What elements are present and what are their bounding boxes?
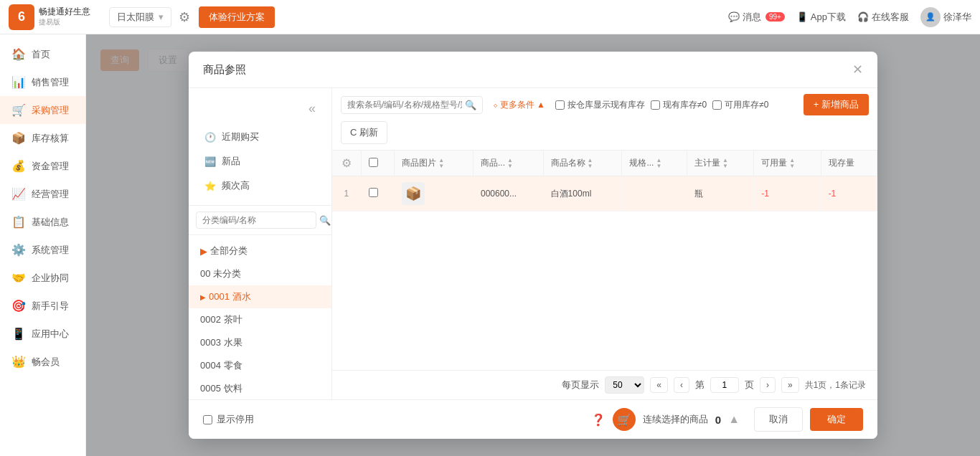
th-available: 可用量▲▼ (754, 151, 821, 176)
app-download-label: App下载 (811, 11, 846, 24)
row-num: 1 (332, 176, 361, 212)
basic-info-icon: 📋 (11, 215, 26, 229)
chevron-down-icon: ▾ (159, 11, 164, 22)
category-0002[interactable]: 0002 茶叶 (189, 308, 331, 331)
frequent-label: 频次高 (222, 179, 250, 192)
row-image: 📦 (395, 176, 473, 212)
cart-icon[interactable]: 🛒 (613, 408, 636, 431)
right-panel: 🔍 ⬦ 更多条件 ▲ 按仓库显示现有库存 (332, 88, 877, 399)
row-checkbox[interactable] (361, 176, 395, 212)
sidebar: 🏠 首页 📊 销售管理 🛒 采购管理 📦 库存核算 💰 资金管理 📈 经营管理 … (0, 34, 86, 456)
sidebar-item-finance[interactable]: 💰 资金管理 (0, 152, 85, 180)
modal-footer: 显示停用 ❓ 🛒 连续选择的商品 0 ▲ 取消 确定 (189, 399, 877, 439)
sidebar-item-system[interactable]: ⚙️ 系统管理 (0, 236, 85, 264)
category-list: ▶ 全部分类 00 未分类 ▶ 0001 酒水 0002 茶 (189, 235, 331, 399)
sidebar-item-home[interactable]: 🏠 首页 (0, 40, 85, 68)
quick-access: « 🕐 近期购买 🆕 新品 ⭐ (189, 88, 331, 206)
product-image: 📦 (402, 182, 425, 205)
product-table-area: ⚙ 商品图片▲▼ 商品...▲▼ (332, 151, 877, 370)
recent-purchase-label: 近期购买 (222, 130, 259, 143)
category-0005[interactable]: 0005 饮料 (189, 377, 331, 399)
logo-sub: 捷易版 (39, 17, 90, 27)
avatar: 👤 (920, 7, 941, 27)
branch-selector[interactable]: 日太阳膜 ▾ (109, 7, 171, 27)
stock-neq0-checkbox[interactable]: 现有库存≠0 (651, 99, 707, 111)
product-search-icon[interactable]: 🔍 (465, 100, 476, 110)
first-page-button[interactable]: « (650, 377, 668, 393)
next-page-button[interactable]: › (760, 377, 776, 393)
page-number-input[interactable] (710, 377, 739, 393)
category-all[interactable]: ▶ 全部分类 (189, 239, 331, 262)
user-button[interactable]: 👤 徐泽华 (920, 7, 971, 27)
show-disabled-label: 显示停用 (217, 413, 254, 426)
cat-0005-label: 0005 饮料 (200, 382, 242, 395)
cat-00-label: 00 未分类 (200, 267, 241, 280)
show-disabled-checkbox[interactable]: 显示停用 (203, 413, 254, 426)
per-page-select[interactable]: 20 50 100 (605, 376, 644, 394)
home-icon: 🏠 (11, 47, 26, 61)
recent-purchase-item[interactable]: 🕐 近期购买 (196, 125, 324, 149)
gear-icon[interactable]: ⚙ (179, 9, 190, 25)
th-product-image: 商品图片▲▼ (395, 151, 473, 176)
modal-body: « 🕐 近期购买 🆕 新品 ⭐ (189, 88, 877, 399)
cart-area: ❓ 🛒 连续选择的商品 0 ▲ (591, 408, 740, 431)
total-pages-info: 共1页，1条记录 (805, 379, 866, 391)
new-product-item[interactable]: 🆕 新品 (196, 149, 324, 174)
app-download-button[interactable]: 📱 App下载 (796, 11, 846, 24)
sidebar-item-inventory[interactable]: 📦 库存核算 (0, 124, 85, 152)
row-spec (622, 176, 687, 212)
sidebar-item-purchase[interactable]: 🛒 采购管理 (0, 96, 85, 124)
membership-icon: 👑 (11, 355, 26, 369)
frequent-item[interactable]: ⭐ 频次高 (196, 174, 324, 198)
add-product-button[interactable]: + 新增商品 (804, 94, 869, 115)
sidebar-label-membership: 畅会员 (32, 356, 60, 369)
sidebar-label-cooperation: 企业协同 (32, 272, 69, 285)
confirm-button[interactable]: 确定 (810, 408, 863, 431)
sidebar-label-inventory: 库存核算 (32, 132, 69, 145)
sidebar-item-app-center[interactable]: 📱 应用中心 (0, 320, 85, 348)
sidebar-item-membership[interactable]: 👑 畅会员 (0, 348, 85, 376)
help-icon[interactable]: ❓ (591, 413, 606, 427)
more-filter-button[interactable]: ⬦ 更多条件 ▲ (489, 96, 550, 114)
table-row[interactable]: 1 📦 000600... 白酒100ml 瓶 (332, 176, 877, 212)
prev-page-button[interactable]: ‹ (674, 377, 689, 393)
category-0004[interactable]: 0004 零食 (189, 354, 331, 377)
th-product-name: 商品名称▲▼ (543, 151, 622, 176)
panel-collapse-button[interactable]: « (300, 95, 324, 122)
collapse-cart-icon[interactable]: ▲ (728, 413, 740, 426)
cat-0003-label: 0003 水果 (200, 336, 242, 349)
category-search-input[interactable] (196, 212, 316, 229)
category-0003[interactable]: 0003 水果 (189, 331, 331, 354)
sidebar-label-app-center: 应用中心 (32, 328, 69, 341)
sidebar-label-home: 首页 (32, 48, 50, 61)
trial-button[interactable]: 体验行业方案 (199, 6, 275, 28)
chevron-up-icon: ▲ (537, 100, 545, 110)
table-settings-icon[interactable]: ⚙ (332, 151, 361, 176)
row-unit: 瓶 (687, 176, 754, 212)
sidebar-item-business[interactable]: 📈 经营管理 (0, 180, 85, 208)
category-0001[interactable]: ▶ 0001 酒水 (189, 285, 331, 308)
refresh-button[interactable]: C 刷新 (341, 121, 387, 144)
last-page-button[interactable]: » (781, 377, 799, 393)
select-all-checkbox[interactable] (369, 158, 378, 167)
sidebar-item-guide[interactable]: 🎯 新手引导 (0, 292, 85, 320)
available-neq0-checkbox[interactable]: 可用库存≠0 (712, 99, 768, 111)
per-page-label: 每页显示 (562, 379, 599, 391)
modal-close-button[interactable]: ✕ (852, 62, 863, 77)
product-reference-modal: 商品参照 ✕ « 🕐 近期购买 (189, 52, 877, 439)
username-label: 徐泽华 (943, 11, 971, 24)
sidebar-item-basic-info[interactable]: 📋 基础信息 (0, 208, 85, 236)
logo-area: 6 畅捷通好生意 捷易版 (9, 4, 95, 30)
category-00[interactable]: 00 未分类 (189, 262, 331, 285)
online-service-button[interactable]: 🎧 在线客服 (857, 11, 909, 24)
filter-icon: ⬦ (493, 100, 498, 110)
product-search-input[interactable] (347, 100, 462, 110)
warehouse-display-checkbox[interactable]: 按仓库显示现有库存 (555, 99, 645, 111)
cancel-button[interactable]: 取消 (754, 407, 803, 432)
sidebar-label-basic-info: 基础信息 (32, 216, 69, 229)
sidebar-item-sales[interactable]: 📊 销售管理 (0, 68, 85, 96)
category-search-icon[interactable]: 🔍 (319, 215, 331, 226)
sidebar-item-cooperation[interactable]: 🤝 企业协同 (0, 264, 85, 292)
clock-icon: 🕐 (204, 132, 216, 143)
message-button[interactable]: 💬 消息 99+ (728, 11, 785, 24)
